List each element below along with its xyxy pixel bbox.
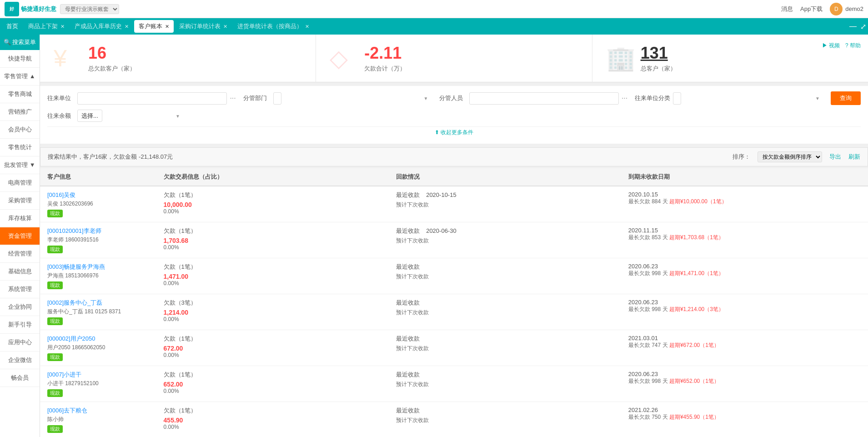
- help-btn[interactable]: ? 帮助: [845, 42, 861, 50]
- sidebar-quick-nav[interactable]: 快捷导航: [0, 50, 40, 68]
- card-total-customers-info: 131 总客户（家）: [641, 44, 676, 73]
- filter-source-unit-dots[interactable]: ···: [230, 94, 236, 102]
- filter-source-unit-input[interactable]: [77, 92, 227, 105]
- sidebar-item-purchase[interactable]: 采购管理: [0, 192, 40, 210]
- tab-shagnpins[interactable]: 商品上下架 ✕: [24, 20, 69, 33]
- results-actions: 排序： 按欠款金额倒序排序 导出 刷新: [733, 151, 860, 162]
- filter-person-input[interactable]: [469, 92, 619, 105]
- table-row: [0003]畅捷服务尹海燕 尹海燕 18513066976 现款 欠款（1笔） …: [40, 258, 868, 294]
- customer-name-1[interactable]: [0016]吴俊: [47, 191, 164, 199]
- customer-phone-3: 尹海燕 18513066976: [47, 272, 164, 280]
- data-table: 客户信息 欠款交易信息（占比） 回款情况 到期未收款日期 [0016]吴俊 吴俊…: [40, 168, 868, 437]
- app-download-btn[interactable]: App下载: [800, 5, 823, 13]
- sidebar-item-wechat[interactable]: 企业微信: [0, 352, 40, 369]
- sidebar-item-member[interactable]: 会员中心: [0, 121, 40, 139]
- sidebar-item-app-center[interactable]: 应用中心: [0, 334, 40, 352]
- payment-cell-1: 最近收款 2020-10-15 预计下次收款: [396, 191, 628, 209]
- customer-name-4[interactable]: [0002]服务中心_丁磊: [47, 299, 164, 307]
- sort-select[interactable]: 按欠款金额倒序排序: [758, 151, 822, 162]
- tab-close-1[interactable]: ✕: [60, 24, 65, 30]
- debt-count-5: 欠款（1笔）: [164, 335, 396, 343]
- search-button[interactable]: 查询: [831, 91, 861, 105]
- logo: 好 畅捷通好生意: [5, 2, 56, 16]
- refresh-btn[interactable]: 刷新: [848, 153, 860, 161]
- filter-category-select[interactable]: [673, 92, 681, 105]
- tab-minimize[interactable]: —: [849, 22, 857, 31]
- customer-name-6[interactable]: [0007]小进干: [47, 371, 164, 379]
- next-payment-4: 预计下次收款: [396, 309, 628, 316]
- sidebar-search[interactable]: 🔍 搜索菜单: [0, 35, 40, 50]
- sidebar-item-system[interactable]: 系统管理: [0, 281, 40, 298]
- table-row: [0002]服务中心_丁磊 服务中心_丁磊 181 0125 8371 现款 欠…: [40, 294, 868, 330]
- filter-area: 往来单位 ··· 分管部门 分管人员 ··· 往来单位分类: [40, 86, 868, 144]
- overdue-amount-2[interactable]: 超期¥1,703.68（1笔）: [669, 234, 724, 241]
- total-customers-number: 131: [641, 44, 676, 63]
- sidebar-item-basic-info[interactable]: 基础信息: [0, 263, 40, 281]
- total-debt-label: 欠款合计（万）: [364, 65, 406, 73]
- layout: 🔍 搜索菜单 快捷导航 零售管理 ▲ 零售商城 营销推广 会员中心 零售统计 批…: [0, 35, 868, 437]
- customer-phone-1: 吴俊 13026203696: [47, 200, 164, 208]
- last-payment-5: 最近收款: [396, 335, 628, 343]
- tab-purchase-stats[interactable]: 采购订单统计表 ✕: [175, 20, 232, 33]
- tab-bar: 首页 商品上下架 ✕ 产成品入库单历史 ✕ 客户账本 ✕ 采购订单统计表 ✕ 进…: [0, 18, 868, 35]
- customer-cell-6: [0007]小进干 小进干 18279152100 现款: [47, 371, 164, 397]
- sidebar-item-ecommerce[interactable]: 电商管理: [0, 174, 40, 192]
- sidebar-item-finance[interactable]: 资金管理: [0, 227, 40, 245]
- sidebar-item-marketing[interactable]: 营销推广: [0, 103, 40, 121]
- tab-inbound-stats[interactable]: 进货单统计表（按商品） ✕: [233, 20, 314, 33]
- tab-close-2[interactable]: ✕: [125, 24, 129, 30]
- due-date-4: 2020.06.23: [628, 299, 861, 306]
- overdue-amount-4[interactable]: 超期¥1,214.00（3笔）: [669, 306, 724, 312]
- last-payment-4: 最近收款: [396, 299, 628, 307]
- sidebar-item-guide[interactable]: 新手引导: [0, 316, 40, 334]
- tab-close-4[interactable]: ✕: [223, 24, 227, 30]
- debt-cell-5: 欠款（1笔） 672.00 0.00%: [164, 335, 396, 358]
- filter-category: 往来单位分类: [635, 92, 823, 105]
- overdue-days-6: 最长欠款 998 天 超期¥652.00（1笔）: [628, 377, 861, 385]
- sidebar-item-inventory[interactable]: 库存核算: [0, 210, 40, 227]
- customer-cell-5: [000002]用户2050 用户2050 18665062050 现款: [47, 335, 164, 361]
- next-payment-5: 预计下次收款: [396, 345, 628, 352]
- last-payment-6: 最近收款: [396, 371, 628, 379]
- overdue-days-5: 最长欠款 747 天 超期¥672.00（1笔）: [628, 342, 861, 349]
- sidebar-item-member2[interactable]: 畅会员: [0, 369, 40, 387]
- customer-name-7[interactable]: [0006]去下粮仓: [47, 407, 164, 415]
- sidebar-item-retail-store[interactable]: 零售商城: [0, 85, 40, 103]
- video-btn[interactable]: ▶ 视频: [822, 42, 840, 50]
- collapse-filter-btn[interactable]: ⬆ 收起更多条件: [47, 126, 861, 138]
- filter-balance-select[interactable]: 选择...: [77, 110, 102, 122]
- overdue-amount-7[interactable]: 超期¥455.90（1笔）: [669, 414, 719, 420]
- filter-dept: 分管部门: [243, 92, 432, 105]
- tab-home[interactable]: 首页: [2, 20, 23, 33]
- sidebar-item-retail-stats[interactable]: 零售统计: [0, 139, 40, 156]
- tab-customer-account[interactable]: 客户账本 ✕: [134, 20, 174, 33]
- tab-close-3[interactable]: ✕: [165, 24, 169, 30]
- customer-name-3[interactable]: [0003]畅捷服务尹海燕: [47, 263, 164, 271]
- sidebar-item-retail-mgmt[interactable]: 零售管理 ▲: [0, 68, 40, 85]
- tab-maximize[interactable]: ⤢: [860, 22, 866, 31]
- filter-person-dots[interactable]: ···: [622, 94, 627, 102]
- debt-customers-number: 16: [88, 44, 135, 63]
- customer-name-5[interactable]: [000002]用户2050: [47, 335, 164, 343]
- due-date-3: 2020.06.23: [628, 263, 861, 270]
- table-row: [0006]去下粮仓 陈小帅 现款 欠款（1笔） 455.90 0.00% 最近…: [40, 402, 868, 437]
- filter-dept-select[interactable]: [273, 92, 281, 105]
- overdue-amount-1[interactable]: 超期¥10,000.00（1笔）: [669, 198, 727, 205]
- filter-row-2: 往来余额 选择...: [47, 110, 861, 122]
- overdue-amount-6[interactable]: 超期¥652.00（1笔）: [669, 378, 719, 384]
- customer-name-2[interactable]: [0001020001]李老师: [47, 227, 164, 235]
- payment-cell-2: 最近收款 2020-06-30 预计下次收款: [396, 227, 628, 245]
- debt-count-7: 欠款（1笔）: [164, 407, 396, 415]
- company-select[interactable]: 母婴行业演示账套: [60, 4, 119, 14]
- debt-amount-3: 1,471.00: [164, 273, 396, 280]
- debt-amount-4: 1,214.00: [164, 309, 396, 316]
- tab-product-history[interactable]: 产成品入库单历史 ✕: [70, 20, 133, 33]
- overdue-amount-5[interactable]: 超期¥672.00（1笔）: [669, 342, 719, 348]
- tab-close-5[interactable]: ✕: [305, 24, 309, 30]
- export-btn[interactable]: 导出: [829, 153, 841, 161]
- overdue-amount-3[interactable]: 超期¥1,471.00（1笔）: [669, 270, 724, 276]
- message-btn[interactable]: 消息: [781, 5, 793, 13]
- sidebar-item-wholesale[interactable]: 批发管理 ▼: [0, 156, 40, 174]
- sidebar-item-enterprise[interactable]: 企业协同: [0, 298, 40, 316]
- sidebar-item-operations[interactable]: 经营管理: [0, 245, 40, 263]
